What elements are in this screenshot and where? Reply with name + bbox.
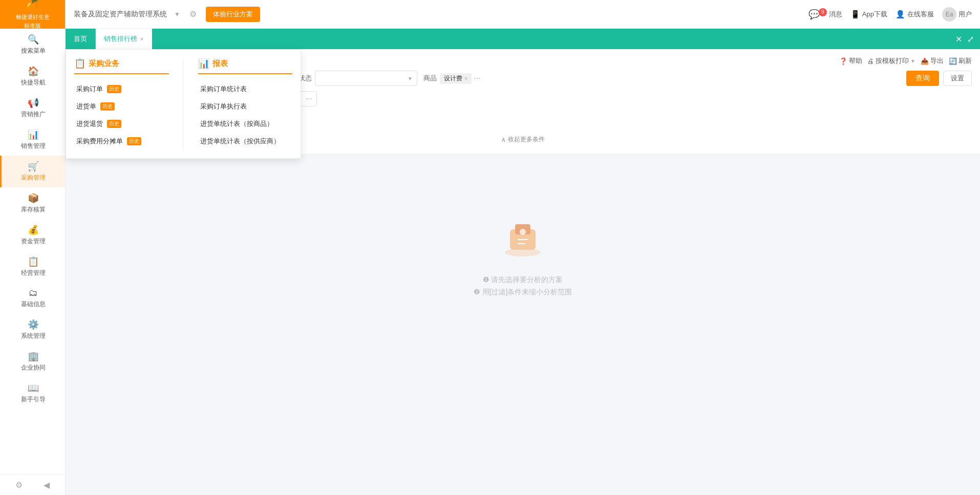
goods-filter: 商品 设计费 × ··· — [423, 73, 481, 84]
purchase-order-history: 历史 — [107, 85, 121, 93]
goods-tag-close[interactable]: × — [464, 75, 467, 81]
sidebar-item-sales-label: 销售管理 — [21, 142, 46, 150]
tab-home[interactable]: 首页 — [66, 29, 96, 49]
user-label: 用户 — [958, 10, 972, 19]
sales-icon: 📊 — [28, 129, 39, 140]
print-icon: 🖨 — [867, 57, 874, 65]
topbar-dropdown-arrow[interactable]: ▼ — [174, 11, 180, 18]
app-download-label: App下载 — [862, 10, 887, 19]
export-label: 导出 — [930, 56, 944, 66]
sidebar-item-system[interactable]: ⚙️ 系统管理 — [0, 314, 65, 346]
sidebar-item-quicknav[interactable]: 🏠 快捷导航 — [0, 60, 65, 92]
toolbar-actions: ❓ 帮助 🖨 按模板打印 ▼ 📤 导出 🔄 刷新 — [839, 56, 972, 66]
sidebar-item-guide[interactable]: 📖 新手引导 — [0, 377, 65, 409]
report-col-icon: 📊 — [198, 58, 209, 69]
tab-end-icons: ✕ ⤢ — [949, 34, 980, 44]
sidebar-item-inventory[interactable]: 📦 库存核算 — [0, 187, 65, 219]
sidebar-collapse-icon[interactable]: ◀ — [44, 480, 50, 490]
export-button[interactable]: 📤 导出 — [921, 56, 944, 66]
menu-item-purchase-supplier-stat[interactable]: 进货单统计表（按供应商） — [198, 133, 293, 150]
collapse-label: 收起更多条件 — [508, 135, 545, 144]
purchase-dropdown-menu: 📋 采购业务 采购订单 历史 进货单 历史 进货退货 历史 采购费用分摊单 历史… — [66, 49, 301, 159]
finance-icon: 💰 — [28, 224, 39, 235]
print-button[interactable]: 🖨 按模板打印 ▼ — [867, 56, 915, 66]
salesperson-more[interactable]: ··· — [306, 94, 312, 103]
messages-button[interactable]: 💬 9 消息 — [808, 9, 842, 20]
tab-sales-rank[interactable]: 销售排行榜 × — [96, 29, 152, 49]
purchase-col: 📋 采购业务 采购订单 历史 进货单 历史 进货退货 历史 采购费用分摊单 历史 — [74, 58, 169, 150]
logo-text: 畅捷通好生意 — [16, 13, 50, 21]
menu-item-purchase-return[interactable]: 进货退货 历史 — [74, 115, 169, 133]
sidebar-item-finance-label: 资金管理 — [21, 237, 46, 246]
sidebar-item-purchase[interactable]: 🛒 采购管理 — [0, 156, 65, 187]
online-service-button[interactable]: 👤 在线客服 — [896, 10, 934, 19]
collapse-up-icon: ∧ — [501, 136, 506, 143]
sidebar-bottom: ⚙ ◀ — [0, 475, 65, 495]
goods-tag-label: 设计费 — [444, 74, 462, 83]
system-name: 装备及固定资产辅助管理系统 — [74, 10, 167, 19]
bill-status-select[interactable]: ▼ — [315, 71, 417, 86]
sidebar-item-basicinfo[interactable]: 🗂 基础信息 — [0, 283, 65, 314]
tab-close-icon[interactable]: × — [140, 36, 143, 42]
report-col: 📊 报表 采购订单统计表 采购订单执行表 进货单统计表（按商品） 进货单统计表（… — [198, 58, 293, 150]
purchase-return-label: 进货退货 — [76, 119, 103, 128]
print-dropdown-arrow[interactable]: ▼ — [910, 58, 915, 64]
sidebar-item-basicinfo-label: 基础信息 — [21, 300, 46, 309]
dropdown-divider — [183, 58, 184, 150]
purchase-col-header: 📋 采购业务 — [74, 58, 169, 74]
purchase-expense-history: 历史 — [127, 137, 141, 145]
report-col-header: 📊 报表 — [198, 58, 293, 74]
purchase-col-icon: 📋 — [74, 58, 86, 69]
goods-tag: 设计费 × — [440, 73, 472, 84]
refresh-button[interactable]: 🔄 刷新 — [949, 56, 972, 66]
print-label: 按模板打印 — [876, 56, 909, 66]
menu-item-purchase-goods[interactable]: 进货单 历史 — [74, 98, 169, 115]
tab-maximize-icon[interactable]: ⤢ — [967, 34, 974, 44]
menu-item-purchase-order-exec[interactable]: 采购订单执行表 — [198, 98, 293, 115]
purchase-supplier-stat-label: 进货单统计表（按供应商） — [200, 137, 280, 146]
svg-point-3 — [520, 229, 526, 235]
help-label: 帮助 — [849, 56, 862, 66]
industry-button[interactable]: 体验行业方案 — [206, 7, 260, 22]
sidebar-item-finance[interactable]: 💰 资金管理 — [0, 219, 65, 251]
sidebar-logo: 🍊 畅捷通好生意 标准版 — [0, 0, 65, 29]
settings-button[interactable]: 设置 — [943, 71, 972, 86]
empty-hint-2: ❷ 用[过滤]条件来缩小分析范围 — [474, 288, 572, 297]
empty-hint-1: ❶ 请先选择要分析的方案 — [483, 275, 563, 285]
purchase-goods-stat-label: 进货单统计表（按商品） — [200, 119, 273, 128]
sidebar-item-quicknav-label: 快捷导航 — [21, 78, 46, 87]
sidebar-item-guide-label: 新手引导 — [21, 395, 46, 404]
menu-item-purchase-order[interactable]: 采购订单 历史 — [74, 80, 169, 98]
avatar: Ea — [942, 7, 956, 21]
topbar-gear-icon[interactable]: ⚙ — [189, 9, 197, 19]
purchase-order-label: 采购订单 — [76, 84, 103, 94]
help-button[interactable]: ❓ 帮助 — [839, 56, 862, 66]
tab-window-close-icon[interactable]: ✕ — [955, 34, 962, 44]
sidebar-item-enterprise[interactable]: 🏢 企业协同 — [0, 346, 65, 377]
purchase-order-stat-label: 采购订单统计表 — [200, 84, 247, 94]
goods-more[interactable]: ··· — [474, 74, 480, 83]
sidebar-item-marketing[interactable]: 📢 营销推广 — [0, 92, 65, 124]
menu-item-purchase-goods-stat[interactable]: 进货单统计表（按商品） — [198, 115, 293, 133]
search-icon: 🔍 — [28, 34, 39, 45]
report-col-title: 报表 — [212, 59, 228, 69]
app-download-button[interactable]: 📱 App下载 — [850, 10, 887, 19]
sidebar-item-operations-label: 经营管理 — [21, 269, 46, 277]
sidebar-item-inventory-label: 库存核算 — [21, 205, 46, 214]
purchase-expense-label: 采购费用分摊单 — [76, 137, 123, 146]
operations-icon: 📋 — [28, 256, 39, 267]
menu-item-purchase-expense[interactable]: 采购费用分摊单 历史 — [74, 133, 169, 150]
messages-label: 消息 — [829, 10, 842, 19]
sidebar-item-search[interactable]: 🔍 搜索菜单 — [0, 29, 65, 60]
sidebar-settings-icon[interactable]: ⚙ — [15, 480, 23, 490]
purchase-return-history: 历史 — [107, 120, 121, 128]
sidebar-item-operations[interactable]: 📋 经营管理 — [0, 251, 65, 283]
query-button[interactable]: 查询 — [906, 71, 939, 86]
sidebar-item-enterprise-label: 企业协同 — [21, 363, 46, 372]
home-icon: 🏠 — [28, 66, 39, 77]
enterprise-icon: 🏢 — [28, 351, 39, 362]
sidebar-item-sales[interactable]: 📊 销售管理 — [0, 124, 65, 156]
menu-item-purchase-order-stat[interactable]: 采购订单统计表 — [198, 80, 293, 98]
sidebar-item-system-label: 系统管理 — [21, 332, 46, 340]
user-menu-button[interactable]: Ea 用户 — [942, 7, 972, 21]
